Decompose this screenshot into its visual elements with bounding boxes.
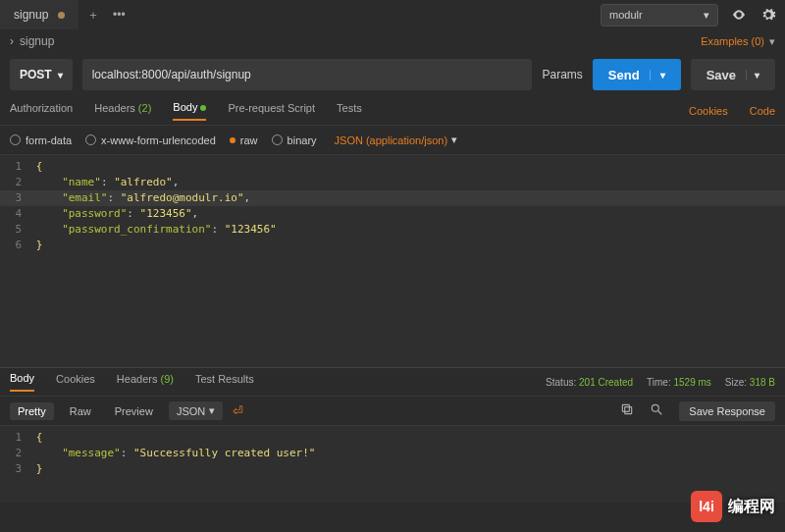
chevron-down-icon[interactable]: ▾ [746, 70, 759, 80]
resp-tab-body[interactable]: Body [10, 372, 34, 392]
add-tab-button[interactable]: ＋ [82, 4, 104, 26]
radio-raw[interactable]: raw [230, 134, 258, 146]
svg-rect-2 [623, 404, 630, 411]
chevron-down-icon: ▾ [58, 70, 63, 80]
view-preview[interactable]: Preview [107, 402, 161, 420]
request-body-editor[interactable]: 1 { 2 "name": "alfredo", 3 "email": "alf… [0, 155, 785, 367]
wrap-lines-icon[interactable]: ⏎ [233, 403, 243, 418]
send-button[interactable]: Send ▾ [593, 59, 681, 90]
resp-tab-tests[interactable]: Test Results [195, 373, 254, 391]
request-subtabs: Authorization Headers (2) Body Pre-reque… [0, 96, 785, 126]
svg-line-4 [658, 411, 662, 415]
svg-rect-1 [625, 407, 632, 414]
copy-icon[interactable] [620, 402, 634, 419]
tab-headers[interactable]: Headers (2) [94, 102, 151, 120]
chevron-down-icon: ▾ [209, 404, 215, 417]
save-response-button[interactable]: Save Response [679, 401, 775, 421]
response-toolbar: Pretty Raw Preview JSON ▾ ⏎ Save Respons… [0, 397, 785, 426]
eye-icon[interactable] [726, 2, 752, 27]
url-row: POST ▾ Params Send ▾ Save ▾ [0, 53, 785, 96]
tab-more-button[interactable]: ••• [108, 4, 130, 26]
chevron-down-icon: ▾ [451, 133, 457, 146]
examples-dropdown[interactable]: Examples (0) ▾ [701, 35, 775, 48]
save-button[interactable]: Save ▾ [691, 59, 775, 90]
response-tab-bar: Body Cookies Headers (9) Test Results St… [0, 367, 785, 397]
breadcrumb-row: › signup Examples (0) ▾ [0, 29, 785, 53]
chevron-right-icon: › [10, 34, 14, 48]
chevron-down-icon: ▾ [769, 35, 775, 47]
url-input[interactable] [82, 59, 533, 90]
radio-form-data[interactable]: form-data [10, 134, 72, 146]
chevron-down-icon: ▾ [704, 9, 709, 22]
watermark: l4i 编程网 [691, 491, 775, 522]
breadcrumb-name: signup [20, 34, 54, 48]
dot-icon [200, 105, 206, 111]
body-type-row: form-data x-www-form-urlencoded raw bina… [0, 126, 785, 155]
workspace-select[interactable]: modulr ▾ [601, 4, 718, 27]
chevron-down-icon[interactable]: ▾ [650, 70, 665, 80]
code-link[interactable]: Code [750, 105, 775, 117]
tab-bar: signup ＋ ••• modulr ▾ [0, 0, 785, 29]
view-pretty[interactable]: Pretty [10, 402, 54, 420]
tab-signup[interactable]: signup [0, 0, 78, 29]
unsaved-dot-icon [58, 12, 65, 19]
tab-body[interactable]: Body [173, 101, 206, 121]
send-label: Send [608, 68, 640, 82]
radio-binary[interactable]: binary [272, 134, 317, 146]
time-stat: Time: 1529 ms [647, 377, 711, 388]
format-select[interactable]: JSON ▾ [169, 401, 223, 420]
view-raw[interactable]: Raw [62, 402, 99, 420]
svg-point-0 [738, 14, 741, 17]
watermark-text: 编程网 [728, 497, 775, 517]
content-type-select[interactable]: JSON (application/json) ▾ [335, 133, 458, 146]
tab-tests[interactable]: Tests [337, 102, 362, 120]
size-stat: Size: 318 B [725, 377, 775, 388]
response-body-editor[interactable]: 1 { 2 "message": "Successfully created u… [0, 426, 785, 503]
resp-tab-cookies[interactable]: Cookies [56, 373, 95, 391]
tab-authorization[interactable]: Authorization [10, 102, 73, 120]
radio-urlencoded[interactable]: x-www-form-urlencoded [85, 134, 216, 146]
method-select[interactable]: POST ▾ [10, 59, 73, 90]
svg-point-3 [653, 404, 659, 411]
method-label: POST [20, 68, 52, 81]
watermark-logo: l4i [691, 491, 722, 522]
resp-tab-headers[interactable]: Headers (9) [117, 373, 174, 391]
save-label: Save [706, 68, 736, 82]
tab-prerequest[interactable]: Pre-request Script [228, 102, 315, 120]
examples-label: Examples (0) [701, 35, 764, 47]
cookies-link[interactable]: Cookies [689, 105, 728, 117]
workspace-name: modulr [609, 9, 643, 21]
params-link[interactable]: Params [542, 68, 582, 81]
search-icon[interactable] [650, 402, 663, 419]
status-stat: Status: 201 Created [546, 377, 633, 388]
tab-label: signup [14, 8, 48, 22]
gear-icon[interactable] [756, 2, 781, 27]
